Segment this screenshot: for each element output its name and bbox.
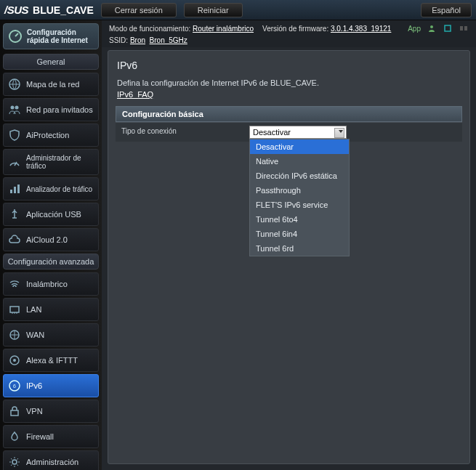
model-name: BLUE_CAVE [33, 4, 94, 16]
content-panel: IPv6 Defina la configuración de Internet… [108, 50, 470, 464]
firewall-icon [8, 430, 21, 443]
sidebar-item-label: Administración [26, 458, 78, 466]
ethernet-icon [8, 303, 21, 316]
clients-icon[interactable] [427, 23, 437, 33]
sidebar-item-label: Aplicación USB [26, 210, 81, 219]
svg-rect-6 [17, 185, 20, 193]
cloud-icon [8, 233, 21, 246]
svg-point-3 [15, 106, 19, 110]
dropdown-item[interactable]: Tunnel 6to4 [250, 212, 349, 227]
section-header: Configuración básica [116, 106, 462, 122]
quick-internet-setup[interactable]: Configuración rápida de Internet [3, 23, 99, 49]
sidebar-item-label: Red para invitados [26, 105, 93, 114]
dropdown-item[interactable]: FLET'S IPv6 service [250, 198, 349, 212]
globe2-icon [8, 328, 21, 341]
svg-point-16 [430, 25, 433, 28]
sidebar-item-trafficanalyzer[interactable]: Analizador de tráfico [3, 177, 99, 200]
sidebar-item-label: Analizador de tráfico [26, 185, 92, 193]
sidebar-item-label: IPv6 [26, 381, 42, 390]
sidebar-item-usbapp[interactable]: Aplicación USB [3, 203, 99, 226]
field-row-conntype: Tipo de conexión Desactivar Desactivar N… [116, 122, 462, 142]
conntype-select[interactable]: Desactivar Desactivar Native Dirección I… [249, 126, 347, 139]
logo-region: /SUS BLUE_CAVE [4, 4, 94, 16]
ssid-label: SSID: [109, 36, 128, 44]
sidebar-item-label: AiCloud 2.0 [26, 235, 68, 244]
sidebar-item-label: Firewall [26, 432, 54, 441]
page-title: IPv6 [116, 58, 462, 78]
mode-value[interactable]: Router inalámbrico [193, 25, 254, 33]
wifi-icon [8, 277, 21, 291]
dropdown-item[interactable]: Passthrough [250, 183, 349, 198]
fw-label: Versión de firmware: [262, 25, 328, 33]
chart-icon [8, 182, 21, 195]
general-header: General [3, 54, 99, 70]
sidebar-item-label: AiProtection [26, 131, 69, 139]
svg-rect-5 [14, 187, 16, 193]
gauge-icon [8, 29, 23, 44]
brand-logo: /SUS [4, 4, 28, 16]
ssid1[interactable]: Bron [130, 36, 145, 44]
usb-status-icon[interactable] [443, 23, 453, 33]
dropdown-item[interactable]: Dirección IPv6 estática [250, 169, 349, 183]
sidebar-item-label: Mapa de la red [26, 80, 79, 89]
chevron-down-icon [339, 130, 343, 133]
info-bar-2: SSID: Bron Bron_5GHz [102, 36, 476, 47]
meter-icon [8, 155, 21, 169]
app-link[interactable]: App [408, 25, 421, 33]
people-icon [8, 103, 21, 116]
quick-label: Configuración rápida de Internet [27, 28, 94, 44]
sidebar-item-alexa[interactable]: Alexa & IFTTT [3, 349, 99, 372]
sidebar-item-label: LAN [26, 305, 41, 314]
sidebar-item-label: Administrador de tráfico [26, 154, 94, 170]
sidebar-item-vpn[interactable]: VPN [3, 400, 99, 423]
sidebar-item-aicloud[interactable]: AiCloud 2.0 [3, 228, 99, 251]
ipv6-icon: 6 [8, 379, 21, 392]
sidebar-item-wan[interactable]: WAN [3, 323, 99, 347]
gear-icon [8, 455, 21, 469]
dropdown-item[interactable]: Tunnel 6rd [250, 241, 349, 256]
language-button[interactable]: Español [421, 3, 472, 17]
sidebar-item-lan[interactable]: LAN [3, 298, 99, 321]
voice-icon [8, 354, 21, 367]
mode-label: Modo de funcionamiento: [109, 25, 190, 33]
ssid2[interactable]: Bron_5GHz [150, 36, 187, 44]
fw-value[interactable]: 3.0.1.4.383_19121 [331, 25, 391, 33]
sidebar-item-aiprotection[interactable]: AiProtection [3, 123, 99, 147]
sidebar-item-label: VPN [26, 407, 43, 416]
svg-rect-19 [464, 26, 467, 31]
svg-rect-7 [10, 307, 19, 312]
connection-icon[interactable] [459, 23, 469, 33]
dropdown-item[interactable]: Tunnel 6in4 [250, 227, 349, 241]
sidebar-item-label: Alexa & IFTTT [26, 356, 78, 365]
info-bar: Modo de funcionamiento: Router inalámbri… [102, 20, 476, 36]
dropdown-item[interactable]: Native [250, 154, 349, 169]
svg-point-2 [11, 106, 15, 110]
sidebar-item-ipv6[interactable]: 6 IPv6 [3, 374, 99, 397]
sidebar-item-label: Inalámbrico [26, 280, 68, 288]
select-display[interactable]: Desactivar [249, 126, 347, 139]
svg-rect-4 [10, 190, 12, 193]
svg-rect-13 [11, 410, 18, 416]
conntype-dropdown: Desactivar Native Dirección IPv6 estátic… [249, 139, 350, 256]
main-area: Modo de funcionamiento: Router inalámbri… [102, 20, 476, 470]
svg-point-10 [13, 359, 16, 362]
dropdown-item[interactable]: Desactivar [250, 139, 349, 154]
globe-icon [8, 78, 21, 91]
sidebar-item-guestnet[interactable]: Red para invitados [3, 98, 99, 121]
shield-icon [8, 129, 21, 142]
sidebar-item-networkmap[interactable]: Mapa de la red [3, 73, 99, 96]
sidebar: Configuración rápida de Internet General… [0, 20, 102, 470]
svg-rect-17 [445, 25, 451, 31]
advanced-header: Configuración avanzada [3, 254, 99, 270]
sidebar-item-label: WAN [26, 331, 44, 339]
sidebar-item-firewall[interactable]: Firewall [3, 425, 99, 448]
svg-rect-18 [460, 26, 463, 31]
sidebar-item-admin[interactable]: Administración [3, 450, 99, 470]
svg-point-14 [12, 460, 17, 464]
field-label-conntype: Tipo de conexión [116, 123, 245, 139]
faq-link[interactable]: IPv6_FAQ [116, 90, 153, 99]
reboot-button[interactable]: Reiniciar [184, 3, 243, 17]
logout-button[interactable]: Cerrar sesión [101, 3, 177, 17]
sidebar-item-trafficadmin[interactable]: Administrador de tráfico [3, 149, 99, 175]
sidebar-item-wireless[interactable]: Inalámbrico [3, 272, 99, 296]
